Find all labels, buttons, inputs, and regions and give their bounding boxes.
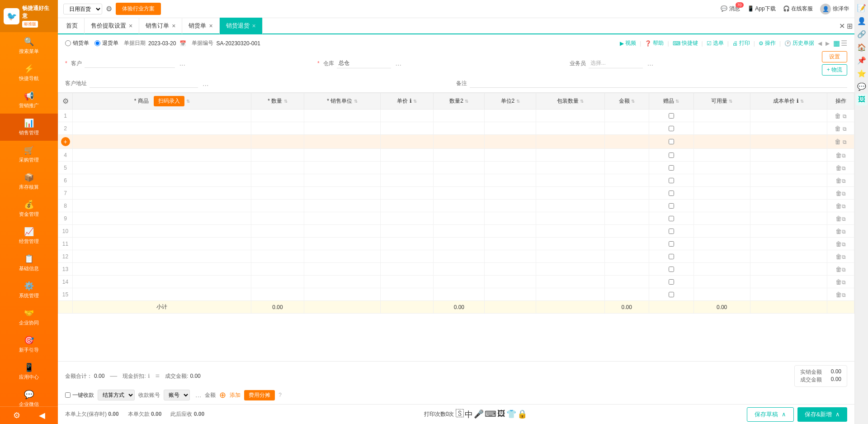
copy-btn-1[interactable]: ⧉ [843, 113, 847, 119]
help-link[interactable]: ❓ 帮助 [645, 39, 664, 47]
tab-sale-return[interactable]: 销货退货 × [220, 18, 263, 34]
right-panel-icon-1[interactable]: 📝 [855, 2, 868, 14]
sidebar-item-system[interactable]: ⚙️ 系统管理 [0, 276, 58, 304]
sidebar-item-marketing[interactable]: 📢 营销推广 [0, 86, 58, 114]
sidebar-item-sales[interactable]: 📊 销售管理 [0, 114, 58, 141]
bank-picker-btn[interactable]: ... [195, 391, 201, 399]
add-payment-btn[interactable]: ⊕ [219, 390, 226, 400]
tool-icon-5[interactable]: 🖼 [497, 409, 505, 420]
del-btn-add[interactable]: 🗑 [835, 138, 841, 145]
tool-icon-6[interactable]: 👕 [506, 409, 516, 420]
user-menu[interactable]: 👤 徐泽华 [820, 4, 849, 14]
note-input[interactable] [470, 79, 847, 88]
radio-return[interactable]: 退货单 [94, 39, 118, 47]
grid-view-icon[interactable]: ▦ [833, 39, 840, 48]
del-btn-5[interactable]: 🗑 [835, 164, 842, 172]
available-cell-2[interactable] [693, 122, 750, 135]
gift-cb-9[interactable] [669, 216, 674, 221]
message-btn[interactable]: 💬 消息 70 [721, 5, 740, 13]
table-gear-btn[interactable]: ⚙ [62, 97, 69, 105]
sidebar-item-search[interactable]: 🔍 搜索菜单 [0, 32, 58, 59]
cost-price-cell-add[interactable] [750, 135, 827, 149]
radio-return-input[interactable] [94, 40, 100, 46]
copy-btn-15[interactable]: ⧉ [842, 292, 846, 298]
copy-btn-11[interactable]: ⧉ [842, 241, 846, 248]
shortcut-link[interactable]: ⌨ 快捷键 [673, 39, 698, 47]
del-btn-14[interactable]: 🗑 [835, 278, 842, 286]
copy-btn-4[interactable]: ⧉ [842, 152, 846, 159]
save-draft-chevron[interactable]: ∧ [782, 411, 786, 418]
salesperson-input[interactable]: 选择... [589, 58, 643, 68]
del-btn-15[interactable]: 🗑 [835, 291, 842, 298]
right-panel-icon-2[interactable]: 👤 [855, 15, 868, 27]
copy-btn-9[interactable]: ⧉ [842, 216, 846, 222]
select-link[interactable]: ☑ 选单 [707, 39, 724, 47]
sidebar-item-cooperation[interactable]: 🤝 企业协同 [0, 304, 58, 331]
copy-btn-12[interactable]: ⧉ [842, 254, 846, 260]
product-cell-1[interactable] [73, 110, 251, 122]
available-cell-1[interactable] [693, 110, 750, 122]
product-input-add[interactable] [75, 138, 249, 145]
amount-cell-2[interactable] [604, 122, 649, 135]
expense-btn[interactable]: 费用分摊 [244, 390, 275, 400]
pack-qty-cell-2[interactable] [536, 122, 604, 135]
sidebar-item-inventory[interactable]: 📦 库存核算 [0, 168, 58, 195]
print-link[interactable]: 🖨 打印 [732, 39, 750, 47]
app-download-btn[interactable]: 📱 App下载 [747, 5, 776, 13]
copy-btn-6[interactable]: ⧉ [842, 178, 846, 184]
topbar-gear-icon[interactable]: ⚙ [106, 5, 112, 13]
customer-input[interactable] [85, 59, 175, 68]
pack-qty-cell-1[interactable] [536, 110, 604, 122]
qty-cell-add[interactable] [251, 135, 304, 149]
gift-cb-14[interactable] [669, 279, 674, 285]
copy-btn-13[interactable]: ⧉ [842, 267, 846, 273]
unit2-cell-add[interactable] [485, 135, 536, 149]
table-container[interactable]: ⚙ * 商品 扫码录入 ⇅ * 数量 ⇅ [58, 93, 854, 361]
tab-sale[interactable]: 销货单 × [182, 18, 219, 34]
tab-close-sale-return[interactable]: × [252, 22, 256, 29]
copy-btn-14[interactable]: ⧉ [842, 279, 846, 286]
gift-cb-4[interactable] [669, 152, 674, 158]
tab-sale-order[interactable]: 销售订单 × [139, 18, 182, 34]
sidebar-item-wechat[interactable]: 💬 企业微信 [0, 385, 58, 406]
gift-cb-7[interactable] [669, 191, 674, 196]
del-btn-2[interactable]: 🗑 [835, 125, 841, 132]
tab-close-sale[interactable]: × [209, 22, 212, 29]
operate-link[interactable]: ⚙ 操作 [759, 39, 776, 47]
gift-checkbox-add[interactable] [669, 139, 674, 144]
sidebar-item-quick-nav[interactable]: ⚡ 快捷导航 [0, 59, 58, 86]
del-btn-10[interactable]: 🗑 [835, 228, 842, 235]
warehouse-input[interactable]: 总仓 [337, 58, 391, 68]
history-link[interactable]: 🕐 历史单据 [784, 39, 814, 47]
tab-close-all-btn[interactable]: ✕ [839, 22, 845, 30]
qty2-cell-add[interactable] [434, 135, 485, 149]
del-btn-4[interactable]: 🗑 [835, 152, 842, 159]
tab-close-sale-price[interactable]: × [129, 22, 132, 29]
save-draft-btn[interactable]: 保存草稿 ∧ [747, 407, 794, 422]
one-click-pay-checkbox[interactable]: 一键收款 [65, 391, 94, 399]
unit2-cell-1[interactable] [485, 110, 536, 122]
tool-icon-4[interactable]: ⌨ [485, 409, 496, 420]
right-panel-icon-5[interactable]: 📌 [855, 54, 868, 67]
gift-cb-8[interactable] [669, 203, 674, 209]
bank-account-select[interactable]: 账号 [164, 390, 190, 400]
sidebar-item-operations[interactable]: 📈 经营管理 [0, 222, 58, 249]
gift-cb-6[interactable] [669, 178, 674, 183]
sale-unit-cell-2[interactable] [304, 122, 381, 135]
gift-cb-11[interactable] [669, 241, 674, 247]
list-view-icon[interactable]: ☰ [841, 39, 847, 48]
sale-unit-cell-add[interactable] [304, 135, 381, 149]
add-row-btn[interactable]: + [61, 137, 70, 146]
copy-btn-2[interactable]: ⧉ [843, 126, 847, 132]
del-btn-6[interactable]: 🗑 [835, 177, 842, 184]
setting-btn[interactable]: 设置 [822, 51, 847, 62]
tool-icon-3[interactable]: 🎤 [474, 409, 484, 420]
gift-cb-10[interactable] [669, 229, 674, 234]
del-btn-7[interactable]: 🗑 [835, 190, 842, 197]
col-gear[interactable]: ⚙ [58, 93, 73, 110]
qty2-cell-1[interactable] [434, 110, 485, 122]
tab-sale-price[interactable]: 售价提取设置 × [85, 18, 139, 34]
nav-next-icon[interactable]: ▶ [826, 40, 830, 47]
right-panel-icon-3[interactable]: 🔗 [855, 28, 868, 40]
date-picker-icon[interactable]: 📅 [179, 40, 186, 47]
